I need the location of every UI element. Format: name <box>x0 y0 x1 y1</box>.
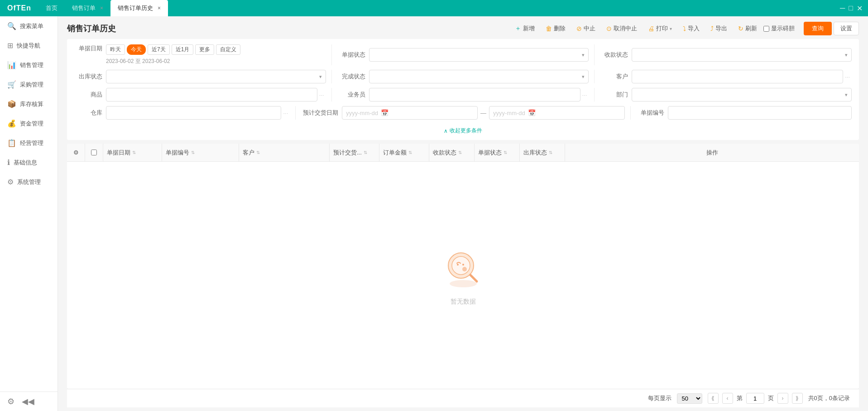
cancel-stop-icon: ⊙ <box>606 25 612 32</box>
display-columns-checkbox[interactable]: 显示碍胆 <box>763 24 795 33</box>
out-status-select[interactable]: ▾ <box>106 70 326 83</box>
product-more-icon[interactable]: ··· <box>317 92 326 98</box>
minimize-icon[interactable]: ─ <box>840 4 845 12</box>
display-columns-input[interactable] <box>763 26 769 32</box>
maximize-icon[interactable]: □ <box>849 4 853 12</box>
select-all-checkbox[interactable] <box>91 150 97 155</box>
tab-close-history[interactable]: × <box>158 5 161 11</box>
print-button[interactable]: 🖨 打印 ▾ <box>643 22 676 35</box>
table-body: 暂无数据 <box>67 162 859 389</box>
svg-point-3 <box>462 267 467 271</box>
settings-button[interactable]: 设置 <box>834 22 859 35</box>
delivery-end-placeholder: yyyy-mm-dd <box>493 110 525 116</box>
filter-row-3: 商品 ··· 业务员 ··· 部门 ▾ <box>74 88 852 102</box>
order-number-input[interactable] <box>668 106 852 120</box>
import-button[interactable]: ⤵ 导入 <box>678 22 704 35</box>
sort-order-status-icon: ⇅ <box>504 150 507 155</box>
last-page-btn[interactable]: ⟫ <box>792 393 803 404</box>
search-icon: 🔍 <box>7 22 16 30</box>
salesperson-label: 业务员 <box>337 91 369 99</box>
today-btn[interactable]: 今天 <box>127 44 146 55</box>
prev-page-btn[interactable]: ‹ <box>722 393 733 404</box>
sidebar-item-purchase[interactable]: 🛒 采购管理 <box>0 75 58 94</box>
cancel-stop-button[interactable]: ⊙ 取消中止 <box>602 22 642 35</box>
stop-button[interactable]: ⊘ 中止 <box>572 22 600 35</box>
sidebar-item-system[interactable]: ⚙ 系统管理 <box>0 172 58 192</box>
page-size-select[interactable]: 50 10 20 100 <box>677 393 702 404</box>
warehouse-more-icon[interactable]: ··· <box>281 110 290 116</box>
sidebar-settings-icon[interactable]: ⚙ <box>7 396 14 406</box>
delete-icon: 🗑 <box>546 25 552 32</box>
th-order-status[interactable]: 单据状态 ⇅ <box>475 144 520 161</box>
svg-point-6 <box>462 264 464 266</box>
close-icon[interactable]: ✕ <box>857 4 863 13</box>
table-header: ⚙ 单据日期 ⇅ 单据编号 ⇅ 客户 ⇅ 预计交货... <box>67 144 859 162</box>
order-status-select[interactable]: ▾ <box>369 48 589 62</box>
salesperson-input[interactable] <box>369 88 580 102</box>
th-out-status[interactable]: 出库状态 ⇅ <box>520 144 565 161</box>
more-btn[interactable]: 更多 <box>195 44 214 55</box>
delivery-date-label: 预计交货日期 <box>301 109 342 117</box>
page-label-end: 页 <box>768 394 774 402</box>
table-settings-icon[interactable]: ⚙ <box>73 149 79 156</box>
th-settings[interactable]: ⚙ <box>67 144 85 161</box>
1month-btn[interactable]: 近1月 <box>172 44 194 55</box>
customer-input[interactable] <box>632 70 843 83</box>
customer-more-icon[interactable]: ··· <box>843 73 852 80</box>
table-area: ⚙ 单据日期 ⇅ 单据编号 ⇅ 客户 ⇅ 预计交货... <box>67 144 859 389</box>
order-status-label: 单据状态 <box>337 51 369 59</box>
th-amount[interactable]: 订单金额 ⇅ <box>379 144 429 161</box>
th-customer[interactable]: 客户 ⇅ <box>239 144 330 161</box>
new-button[interactable]: ＋ 新增 <box>510 22 539 35</box>
warehouse-input[interactable] <box>106 106 281 120</box>
product-input[interactable] <box>106 88 317 102</box>
first-page-btn[interactable]: ⟪ <box>708 393 719 404</box>
collapse-bar[interactable]: ∧ 收起更多条件 <box>74 124 852 135</box>
query-button[interactable]: 查询 <box>804 22 832 35</box>
svg-point-5 <box>457 264 459 266</box>
refresh-button[interactable]: ↻ 刷新 <box>734 22 762 35</box>
delivery-date-end[interactable]: yyyy-mm-dd 📅 <box>489 106 625 120</box>
th-delivery[interactable]: 预计交货... ⇅ <box>330 144 379 161</box>
order-status-chevron-icon: ▾ <box>582 52 585 58</box>
complete-status-label: 完成状态 <box>337 73 369 81</box>
th-number[interactable]: 单据编号 ⇅ <box>162 144 239 161</box>
settings-icon: ⚙ <box>7 178 14 186</box>
complete-status-select[interactable]: ▾ <box>369 70 589 83</box>
next-page-btn[interactable]: › <box>777 393 788 404</box>
tab-sales-order-history[interactable]: 销售订单历史 × <box>110 0 168 16</box>
delete-button[interactable]: 🗑 删除 <box>541 22 570 35</box>
sort-customer-icon: ⇅ <box>256 150 260 155</box>
th-date[interactable]: 单据日期 ⇅ <box>103 144 162 161</box>
payment-status-label: 收款状态 <box>600 51 632 59</box>
department-select[interactable]: ▾ <box>632 88 852 102</box>
th-checkbox[interactable] <box>85 144 103 161</box>
th-pay-status[interactable]: 收款状态 ⇅ <box>429 144 475 161</box>
sidebar-item-basic[interactable]: ℹ 基础信息 <box>0 153 58 172</box>
tab-sales-order[interactable]: 销售订单 × <box>65 0 110 16</box>
sidebar-item-search[interactable]: 🔍 搜索菜单 <box>0 16 58 36</box>
tab-close-sales-order[interactable]: × <box>100 5 103 11</box>
yesterday-btn[interactable]: 昨天 <box>106 44 125 55</box>
sidebar-item-operations[interactable]: 📋 经营管理 <box>0 133 58 153</box>
sidebar-collapse-icon[interactable]: ◀◀ <box>22 396 34 406</box>
sidebar-item-sales[interactable]: 📊 销售管理 <box>0 55 58 75</box>
custom-btn[interactable]: 自定义 <box>216 44 240 55</box>
salesperson-more-icon[interactable]: ··· <box>580 92 589 98</box>
empty-text: 暂无数据 <box>451 298 476 306</box>
refresh-icon: ↻ <box>738 25 743 32</box>
calendar-end-icon: 📅 <box>528 109 536 116</box>
export-button[interactable]: ⤴ 导出 <box>706 22 732 35</box>
page-input[interactable] <box>746 393 764 404</box>
sidebar-item-quicknav[interactable]: ⊞ 快捷导航 <box>0 36 58 55</box>
sidebar-item-inventory[interactable]: 📦 库存核算 <box>0 94 58 114</box>
filter-area: 单据日期 昨天 今天 近7天 近1月 更多 自定义 2023-06-02 至 2… <box>67 39 859 140</box>
payment-status-select[interactable]: ▾ <box>632 48 852 62</box>
filter-row-2: 出库状态 ▾ 完成状态 ▾ 客户 <box>74 70 852 83</box>
tab-home[interactable]: 首页 <box>38 0 65 16</box>
info-icon: ℹ <box>7 158 10 167</box>
grid-icon: ⊞ <box>7 41 13 50</box>
sidebar-item-finance[interactable]: 💰 资金管理 <box>0 114 58 133</box>
delivery-date-start[interactable]: yyyy-mm-dd 📅 <box>342 106 478 120</box>
7days-btn[interactable]: 近7天 <box>148 44 170 55</box>
